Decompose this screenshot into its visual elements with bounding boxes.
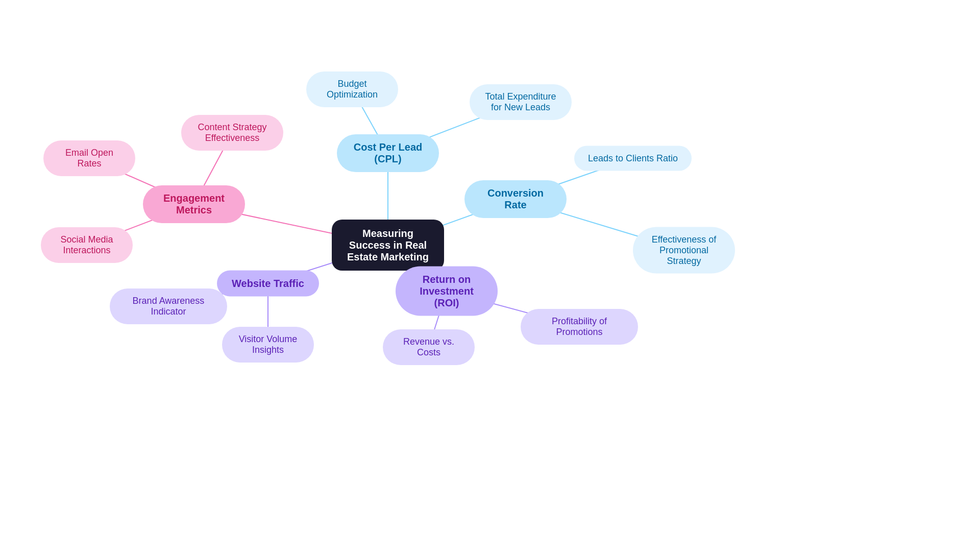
cost-per-lead-node[interactable]: Cost Per Lead (CPL) [337, 134, 439, 172]
profitability-node[interactable]: Profitability of Promotions [521, 309, 638, 345]
conversion-rate-node[interactable]: Conversion Rate [464, 180, 567, 218]
engagement-metrics-node[interactable]: Engagement Metrics [143, 185, 245, 223]
mind-map-container: Measuring Success in Real Estate Marketi… [0, 0, 980, 553]
revenue-costs-node[interactable]: Revenue vs. Costs [383, 329, 475, 365]
budget-optimization-node[interactable]: Budget Optimization [306, 71, 398, 107]
brand-awareness-node[interactable]: Brand Awareness Indicator [110, 288, 227, 324]
content-strategy-node[interactable]: Content Strategy Effectiveness [181, 115, 283, 151]
social-media-node[interactable]: Social Media Interactions [41, 227, 133, 263]
email-open-rates-node[interactable]: Email Open Rates [43, 140, 135, 176]
center-node[interactable]: Measuring Success in Real Estate Marketi… [332, 220, 444, 271]
promo-effectiveness-node[interactable]: Effectiveness of Promotional Strategy [633, 227, 735, 274]
roi-node[interactable]: Return on Investment (ROI) [396, 267, 498, 316]
leads-clients-node[interactable]: Leads to Clients Ratio [574, 146, 692, 171]
website-traffic-node[interactable]: Website Traffic [217, 271, 319, 297]
visitor-volume-node[interactable]: Visitor Volume Insights [222, 327, 314, 363]
total-expenditure-node[interactable]: Total Expenditure for New Leads [470, 84, 572, 120]
